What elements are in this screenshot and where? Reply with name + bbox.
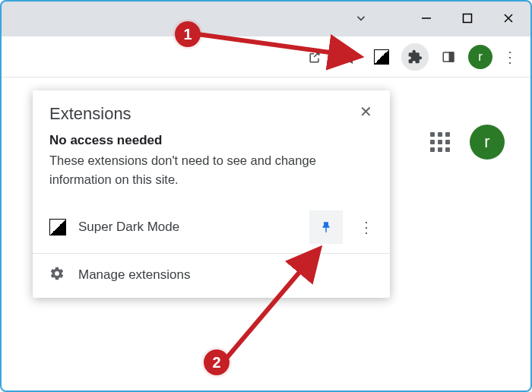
popup-close-button[interactable]: ✕ xyxy=(355,101,376,122)
account-avatar[interactable]: r xyxy=(470,125,505,160)
extensions-button[interactable] xyxy=(401,43,429,71)
extension-name: Super Dark Mode xyxy=(78,220,297,235)
side-panel-icon[interactable] xyxy=(435,43,462,71)
pin-icon xyxy=(319,220,333,234)
window-titlebar xyxy=(0,0,532,36)
bookmark-star-icon[interactable] xyxy=(334,43,362,71)
close-icon: ✕ xyxy=(359,103,372,121)
super-dark-mode-icon xyxy=(49,219,66,236)
window-maximize-button[interactable] xyxy=(447,0,488,36)
svg-marker-4 xyxy=(342,50,355,62)
profile-avatar[interactable]: r xyxy=(468,45,492,69)
extensions-popup: Extensions ✕ No access needed These exte… xyxy=(33,90,390,298)
super-dark-mode-toolbar-icon[interactable] xyxy=(368,43,395,71)
avatar-letter: r xyxy=(484,132,489,152)
more-vert-icon: ⋮ xyxy=(359,218,374,236)
extension-row[interactable]: Super Dark Mode ⋮ xyxy=(33,201,390,254)
extension-more-button[interactable]: ⋮ xyxy=(355,210,378,244)
avatar-letter: r xyxy=(478,50,483,63)
window-minimize-button[interactable] xyxy=(406,0,447,36)
annotation-badge-2: 2 xyxy=(204,349,230,375)
more-vert-icon: ⋮ xyxy=(502,48,518,66)
tab-search-chevron[interactable] xyxy=(347,4,375,33)
page-top-right: r xyxy=(430,125,505,160)
manage-extensions-row[interactable]: Manage extensions xyxy=(33,254,390,298)
window-close-button[interactable] xyxy=(488,0,529,36)
browser-toolbar: r ⋮ xyxy=(0,36,532,77)
browser-menu-button[interactable]: ⋮ xyxy=(499,43,521,71)
svg-rect-1 xyxy=(464,14,472,23)
popup-title: Extensions xyxy=(49,104,131,124)
popup-description: These extensions don't need to see and c… xyxy=(49,151,373,189)
svg-rect-7 xyxy=(450,52,454,62)
gear-icon xyxy=(49,266,65,284)
annotation-badge-1: 1 xyxy=(175,21,201,47)
popup-subheading: No access needed xyxy=(49,133,373,148)
manage-extensions-label: Manage extensions xyxy=(78,267,190,283)
google-apps-icon[interactable] xyxy=(430,132,450,152)
share-icon[interactable] xyxy=(301,43,328,71)
pin-extension-button[interactable] xyxy=(309,210,343,244)
window-controls xyxy=(406,0,529,36)
